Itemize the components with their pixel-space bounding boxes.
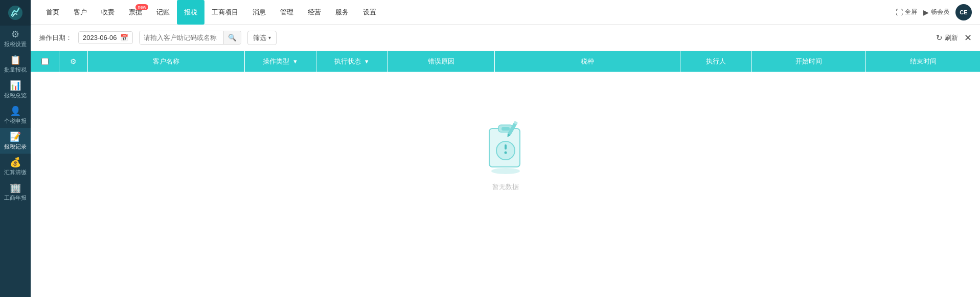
sidebar: ⚙ 报税设置 📋 批量报税 📊 报税总览 👤 个税申报 📝 报税记录 💰 汇算清… — [0, 0, 31, 297]
th-executor: 执行人 — [680, 51, 752, 72]
sidebar-item-geshuishenbao[interactable]: 👤 个税申报 — [0, 102, 31, 128]
refresh-button[interactable]: ↻ 刷新 — [936, 33, 958, 43]
new-badge: new — [135, 4, 148, 10]
calendar-icon: 📅 — [120, 34, 128, 41]
filter-button[interactable]: 筛选 ▾ — [247, 31, 277, 45]
nav-fuwu[interactable]: 服务 — [328, 0, 356, 25]
nav-gongshangxiangmu[interactable]: 工商项目 — [204, 0, 245, 25]
nav-right: ⛶ 全屏 ▶ 畅会员 CE — [896, 4, 972, 20]
nav-shouye[interactable]: 首页 — [39, 0, 66, 25]
data-table: ⚙ 客户名称 操作类型 ▼ 执行状态 ▼ — [31, 51, 980, 236]
settings-icon: ⚙ — [11, 30, 19, 39]
date-picker[interactable]: 2023-06-06 📅 — [78, 31, 133, 44]
search-icon: 🔍 — [228, 34, 237, 41]
th-tax-type: 税种 — [495, 51, 680, 72]
overview-icon: 📊 — [10, 81, 21, 90]
svg-point-5 — [496, 141, 515, 160]
sidebar-item-baoshuizonglan[interactable]: 📊 报税总览 — [0, 77, 31, 102]
nav-guanli[interactable]: 管理 — [273, 0, 301, 25]
refresh-icon: ↻ — [936, 33, 943, 43]
close-button[interactable]: ✕ — [964, 33, 972, 43]
svg-point-0 — [8, 6, 22, 20]
table-header-row: ⚙ 客户名称 操作类型 ▼ 执行状态 ▼ — [31, 51, 980, 72]
table-wrapper: ⚙ 客户名称 操作类型 ▼ 执行状态 ▼ — [31, 51, 980, 297]
sidebar-item-label: 报税设置 — [4, 40, 27, 48]
nav-jizhang[interactable]: 记账 — [149, 0, 177, 25]
date-value: 2023-06-06 — [83, 34, 117, 41]
personal-tax-icon: 👤 — [10, 107, 21, 116]
sidebar-item-label: 汇算清缴 — [4, 168, 27, 176]
nav-kehu[interactable]: 客户 — [66, 0, 94, 25]
nav-shoufei[interactable]: 收费 — [94, 0, 122, 25]
member-button[interactable]: ▶ 畅会员 — [923, 8, 949, 16]
nav-shezhi[interactable]: 设置 — [356, 0, 383, 25]
nav-xiaoxi[interactable]: 消息 — [245, 0, 273, 25]
batch-tax-icon: 📋 — [10, 55, 21, 65]
th-customer-name: 客户名称 — [88, 51, 245, 72]
topnav: 首页 客户 收费 票据 new 记账 报税 工商项目 消息 管理 经营 — [31, 0, 980, 25]
close-icon: ✕ — [964, 33, 972, 43]
th-status[interactable]: 执行状态 ▼ — [316, 51, 388, 72]
gear-icon: ⚙ — [70, 57, 77, 66]
search-button[interactable]: 🔍 — [223, 31, 241, 44]
sidebar-item-baoshuijilu[interactable]: 📝 报税记录 — [0, 128, 31, 154]
sidebar-item-label: 个税申报 — [4, 117, 27, 125]
sidebar-item-label: 批量报税 — [4, 66, 27, 74]
optype-filter-icon: ▼ — [292, 58, 298, 65]
th-checkbox — [31, 51, 59, 72]
main-wrapper: 首页 客户 收费 票据 new 记账 报税 工商项目 消息 管理 经营 — [31, 0, 980, 297]
sidebar-item-label: 报税总览 — [4, 92, 27, 99]
th-end-time: 结束时间 — [866, 51, 980, 72]
nav-jingying[interactable]: 经营 — [301, 0, 328, 25]
fullscreen-button[interactable]: ⛶ 全屏 — [896, 8, 917, 16]
status-filter-icon: ▼ — [364, 58, 370, 65]
svg-rect-4 — [502, 127, 510, 131]
annual-report-icon: 🏢 — [10, 183, 21, 193]
svg-point-7 — [504, 152, 507, 154]
empty-state: 暂无数据 — [31, 72, 980, 236]
empty-state-row: 暂无数据 — [31, 72, 980, 236]
video-icon: ▶ — [923, 8, 929, 16]
chevron-down-icon: ▾ — [268, 35, 271, 40]
date-label: 操作日期： — [39, 33, 72, 43]
sidebar-item-huisuanqingduo[interactable]: 💰 汇算清缴 — [0, 154, 31, 179]
sidebar-item-piliangbaoshui[interactable]: 📋 批量报税 — [0, 51, 31, 77]
th-error-reason: 错误原因 — [388, 51, 494, 72]
search-box: 🔍 — [139, 31, 241, 45]
sidebar-item-label: 报税记录 — [4, 143, 27, 151]
toolbar: 操作日期： 2023-06-06 📅 🔍 筛选 ▾ ↻ 刷新 ✕ — [31, 25, 980, 51]
user-avatar[interactable]: CE — [955, 4, 972, 20]
nav-baoshui[interactable]: 报税 — [177, 0, 204, 25]
content-area: 操作日期： 2023-06-06 📅 🔍 筛选 ▾ ↻ 刷新 ✕ — [31, 25, 980, 297]
th-start-time: 开始时间 — [751, 51, 865, 72]
fullscreen-icon: ⛶ — [896, 8, 903, 16]
tax-record-icon: 📝 — [10, 132, 21, 141]
th-gear[interactable]: ⚙ — [59, 51, 88, 72]
nav-piao[interactable]: 票据 new — [122, 0, 149, 25]
svg-rect-6 — [505, 144, 507, 150]
select-all-checkbox[interactable] — [41, 58, 49, 65]
filter-label: 筛选 — [253, 33, 266, 43]
th-op-type[interactable]: 操作类型 ▼ — [245, 51, 316, 72]
reconcile-icon: 💰 — [10, 158, 21, 167]
sidebar-item-label: 工商年报 — [4, 194, 27, 202]
sidebar-item-gongshangnianbao[interactable]: 🏢 工商年报 — [0, 179, 31, 205]
search-input[interactable] — [140, 31, 223, 44]
sidebar-item-baoshuishezhi[interactable]: ⚙ 报税设置 — [0, 26, 31, 51]
empty-text: 暂无数据 — [492, 182, 519, 192]
table-body: 暂无数据 — [31, 72, 980, 236]
logo — [0, 0, 31, 26]
svg-point-1 — [491, 168, 520, 174]
empty-illustration — [480, 116, 531, 177]
